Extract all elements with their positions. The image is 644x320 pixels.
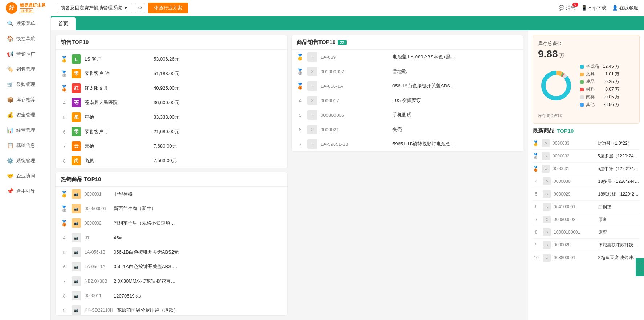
product-image: G	[307, 125, 317, 134]
basic-icon: 📋	[7, 142, 13, 149]
rank-number: 4	[297, 98, 304, 103]
system-icon: ⚙️	[7, 157, 13, 164]
legend-value: 0.25 万	[601, 79, 619, 85]
customer-rank-item[interactable]: 🥇 L LS 客户 53,006.26元	[56, 52, 287, 66]
tab-home[interactable]: 首页	[51, 17, 76, 30]
customer-rank-item[interactable]: 8 尚 尚总 7,563.00元	[56, 153, 287, 168]
hot-product-item[interactable]: 🥈 📷 000500001 新西兰牛肉（新牛）	[56, 201, 287, 216]
customer-rank-item[interactable]: 🥉 红 红太阳文具 40,925.00元	[56, 81, 287, 95]
sidebar-item-basic[interactable]: 📋 基础信息	[0, 138, 50, 153]
customer-avatar: 零	[72, 69, 81, 78]
product-thumbnail: G	[543, 241, 551, 249]
hot-product-item[interactable]: 6 📷 LA-056-1A 056-1A白色按键开关盖ABS 3壳	[56, 259, 287, 274]
product-code: 0000031	[553, 166, 595, 171]
hot-product-item[interactable]: 🥉 📷 0000002 智利车子里（规格不知道填什么）	[56, 216, 287, 230]
product-name: 18颗粒板（1220*2440）	[598, 191, 640, 197]
rank-number: 6	[533, 204, 540, 209]
sidebar-item-search[interactable]: 🔍 搜索菜单	[0, 16, 50, 31]
inventory-legend: 半成品 12.45 万 文具 1.01 万 成品 0.25 万 材料 0.07 …	[580, 63, 619, 108]
product-code: 0000033	[553, 141, 595, 146]
sidebar-item-sales[interactable]: 🏷️ 销售管理	[0, 62, 50, 77]
trial-button[interactable]: 体验行业方案	[148, 3, 188, 13]
hot-product-item[interactable]: 5 📷 LA-056-1B 056-1B白色按键开关壳ABS2壳	[56, 245, 287, 259]
product-sales-item[interactable]: 6 G 0000021 夹壳	[292, 122, 523, 137]
sidebar-item-inventory[interactable]: 📦 库存核算	[0, 92, 50, 107]
inventory-icon: 📦	[7, 97, 13, 103]
product-sales-item[interactable]: 🥇 G LA-089 电池盖 LA-089 ABS本色+黑种 7.1克	[292, 50, 523, 64]
customer-rank-item[interactable]: 7 云 云扬 7,680.00元	[56, 139, 287, 153]
search-icon: 🔍	[7, 20, 13, 27]
left-column: 销售TOP10 🥇 L LS 客户 53,006.26元 🥈 零 零售客户·许 …	[55, 35, 288, 316]
sidebar-item-system[interactable]: ⚙️ 系统管理	[0, 153, 50, 168]
hot-products-title: 热销商品 TOP10	[56, 172, 287, 187]
system-selector[interactable]: 装备及固定资产辅助管理系统 ▼	[57, 3, 132, 13]
customer-name: 零售客户·于	[85, 128, 150, 135]
customer-amount: 33,333.00元	[154, 114, 179, 120]
product-sales-item[interactable]: 4 G 0000017 10S 变频罗泵	[292, 93, 523, 108]
newest-product-item[interactable]: 🥉 G 0000031 5层中纤（1220*2440）	[533, 163, 640, 175]
product-sales-item[interactable]: 7 G LA-59651-1B 59651-1B旋转投影灯电池盒ABS黑色+58…	[292, 137, 523, 151]
enterprise-icon: 🤝	[7, 173, 13, 179]
rank-number: 4	[61, 235, 68, 241]
newest-product-item[interactable]: 5 G 0000029 18颗粒板（1220*2440）	[533, 188, 640, 201]
sidebar-item-guide[interactable]: 📌 新手引导	[0, 184, 50, 199]
product-code: 0000021	[321, 127, 386, 132]
customer-amount: 21,680.00元	[154, 128, 179, 135]
customer-avatar: 苍	[72, 98, 81, 107]
float-button[interactable]: 直播	[636, 270, 644, 276]
hot-product-item[interactable]: 🥇 📷 0000001 中华神器	[56, 187, 287, 201]
newest-product-item[interactable]: 8 G 10000100001 原查	[533, 226, 640, 239]
message-button[interactable]: 💬 消息 6	[559, 5, 575, 11]
product-name: 10S 变频罗泵	[392, 97, 458, 104]
customer-name: LS 客户	[85, 56, 150, 62]
header: 好 畅捷通好生意 标准版 装备及固定资产辅助管理系统 ▼ ⚙ 体验行业方案 💬 …	[0, 0, 644, 16]
hot-product-item[interactable]: 4 📷 01 45#	[56, 230, 287, 245]
product-sales-item[interactable]: 🥈 G 001000002 雪地靴	[292, 64, 523, 79]
rank-medal: 🥉	[533, 166, 539, 172]
sales-icon: 🏷️	[7, 66, 13, 73]
newest-products-section: 最新商品 TOP10 🥇 G 0000033 封边带（1.0*22） 🥈 G 0…	[533, 127, 640, 264]
newest-product-item[interactable]: 4 G 0000030 18多层（1220*2440）	[533, 175, 640, 188]
customer-rank-item[interactable]: 4 苍 苍南县人民医院 36,600.00元	[56, 95, 287, 110]
customer-rank-item[interactable]: 6 零 零售客户·于 21,680.00元	[56, 124, 287, 139]
newest-product-item[interactable]: 7 G 000800008 原查	[533, 213, 640, 226]
newest-product-item[interactable]: 9 G 0000028 体城嘉枝味苏打饮品400毫升（1*15）	[533, 239, 640, 251]
customer-rank-item[interactable]: 🥈 零 零售客户·许 51,183.00元	[56, 66, 287, 81]
float-button[interactable]: 客服热线	[636, 258, 644, 264]
product-code: LA-056-1A	[321, 83, 386, 89]
settings-button[interactable]: ⚙	[135, 3, 145, 13]
sidebar-item-marketing[interactable]: 📢 营销推广	[0, 46, 50, 62]
hot-product-item[interactable]: 7 📷 NB2.0X30B 2.0X30MM双摆花轴,摆花直径2.1MM/ROH…	[56, 274, 287, 288]
legend-color	[580, 88, 584, 91]
rank-number: 4	[61, 100, 68, 106]
rank-number: 6	[61, 129, 68, 135]
online-service-button[interactable]: 👤 在线客服	[612, 5, 638, 11]
newest-product-item[interactable]: 6 G 004100001 白钢垫	[533, 201, 640, 213]
product-code: 0000017	[321, 98, 386, 103]
product-sales-item[interactable]: 🥉 G LA-056-1A 056-1A白色按键开关盖ABS 3克	[292, 79, 523, 93]
sidebar-item-finance[interactable]: 💰 资金管理	[0, 107, 50, 123]
legend-value: 1.01 万	[601, 71, 619, 77]
app-download-button[interactable]: 📱 App下载	[581, 5, 606, 11]
sidebar-item-shortcut[interactable]: 🏠 快捷导航	[0, 31, 50, 46]
product-name: 2.0X30MM双摆花轴,摆花直径2.1MM/ROHS	[114, 278, 179, 284]
home-icon: 🏠	[7, 36, 13, 42]
product-code: LA-089	[321, 54, 386, 60]
product-code: 000800005	[321, 112, 386, 118]
product-sales-item[interactable]: 5 G 000800005 手机测试	[292, 108, 523, 122]
product-code: LA-59651-1B	[321, 141, 386, 147]
sidebar-item-enterprise[interactable]: 🤝 企业协同	[0, 168, 50, 184]
hot-product-item[interactable]: 8 📷 0000011 12070519-xs	[56, 288, 287, 303]
sidebar-item-purchase[interactable]: 🛒 采购管理	[0, 77, 50, 92]
hot-product-item[interactable]: 9 📷 KK-SD22110H 花语萌恒温分腿睡袋（厚款）	[56, 303, 287, 316]
message-icon: 💬	[559, 5, 564, 11]
newest-product-item[interactable]: 🥈 G 0000032 5层多层（1220*2440）	[533, 150, 640, 163]
sidebar-item-operations[interactable]: 📊 经营管理	[0, 123, 50, 138]
product-name: 封边带（1.0*22）	[598, 140, 640, 147]
newest-product-item[interactable]: 🥇 G 0000033 封边带（1.0*22）	[533, 137, 640, 150]
rank-number: 4	[533, 179, 540, 184]
layout: 🔍 搜索菜单 🏠 快捷导航 📢 营销推广 🏷️ 销售管理 🛒 采购管理 📦 库存…	[0, 16, 644, 320]
float-button[interactable]: 服务社区	[636, 264, 644, 270]
customer-rank-item[interactable]: 5 星 星扬 33,333.00元	[56, 110, 287, 124]
newest-product-item[interactable]: 10 G 003800001 22g鱼豆腐-烧烤味（1*12*20）	[533, 251, 640, 264]
